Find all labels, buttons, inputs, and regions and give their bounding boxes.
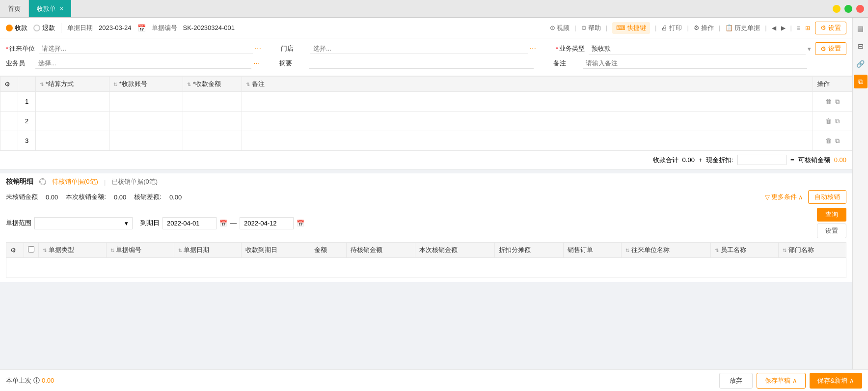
td-amount-3[interactable]: [183, 131, 242, 151]
calendar-icon[interactable]: 📅: [137, 24, 146, 32]
counterpart-input[interactable]: [39, 43, 253, 54]
cal-icon-from[interactable]: 📅: [219, 220, 227, 227]
nav-prev[interactable]: ◀: [772, 25, 776, 31]
sidebar-table-icon[interactable]: ▤: [854, 22, 868, 35]
data-table-wrapper: ⚙ ⇅ *结算方式 ⇅ *收款账号 ⇅ *收款金额: [0, 76, 852, 151]
bt-th-checkbox[interactable]: [24, 243, 39, 258]
copy-row-3-btn[interactable]: ⧉: [834, 136, 841, 146]
hx-settings-btn[interactable]: 设置: [817, 223, 846, 238]
td-settle-2[interactable]: [36, 112, 109, 131]
td-remark-2[interactable]: [242, 112, 813, 131]
hx-pending-tab[interactable]: 待核销单据(0笔): [52, 177, 98, 186]
store-field: 门店 ···: [281, 43, 536, 54]
save-draft-btn[interactable]: 保存草稿 ∧: [757, 373, 806, 389]
ops-link[interactable]: ⚙ 操作: [694, 24, 714, 32]
salesman-label: 业务员: [6, 59, 35, 68]
tab-sep: |: [104, 178, 106, 186]
help-link[interactable]: ⊙ 帮助: [581, 24, 601, 32]
sidebar-link-icon[interactable]: 🔗: [854, 57, 868, 71]
save-new-btn[interactable]: 保存&新增 ∧: [810, 373, 862, 389]
more-conditions-link[interactable]: ▽ 更多条件 ∧: [765, 193, 803, 201]
td-ops-1: 🗑 ⧉: [813, 92, 852, 112]
bill-range-select[interactable]: ▾: [34, 217, 133, 229]
minimize-btn[interactable]: [833, 5, 841, 13]
biz-settings-button[interactable]: ⚙ 设置: [815, 42, 846, 55]
td-amount-2[interactable]: [183, 112, 242, 131]
date-range-sep: —: [230, 220, 237, 227]
query-btn[interactable]: 查询: [817, 208, 846, 222]
tab-home[interactable]: 首页: [0, 0, 29, 17]
sep-1: |: [574, 24, 576, 31]
bt-th-amount: 金额: [310, 243, 346, 258]
history-link[interactable]: 📋 历史单据: [725, 24, 760, 32]
sidebar-minus-icon[interactable]: ⊟: [854, 39, 868, 53]
select-all-checkbox[interactable]: [28, 246, 34, 252]
print-link[interactable]: 🖨 打印: [661, 24, 682, 32]
biz-type-dropdown[interactable]: ▾: [808, 45, 811, 53]
required-star-1: *: [6, 45, 8, 53]
salesman-input[interactable]: [35, 58, 251, 69]
layout-grid[interactable]: ⊞: [805, 25, 810, 31]
summary-field: 摘要: [279, 58, 533, 69]
td-settle-3[interactable]: [36, 131, 109, 151]
store-input[interactable]: [310, 43, 528, 54]
td-account-1[interactable]: [109, 92, 183, 112]
copy-row-2-btn[interactable]: ⧉: [834, 116, 841, 126]
counterpart-more-icon[interactable]: ···: [255, 45, 261, 53]
tab-close-icon[interactable]: ×: [60, 5, 63, 12]
footer: 本单上次 ⓘ 0.00 放弃 保存草稿 ∧ 保存&新增 ∧: [0, 369, 868, 391]
radio-refund[interactable]: 退款: [33, 24, 55, 32]
maximize-btn[interactable]: [844, 5, 852, 13]
th-settings[interactable]: ⚙: [0, 77, 18, 92]
settings-button[interactable]: ⚙ 设置: [815, 22, 846, 34]
delete-row-3-btn[interactable]: 🗑: [824, 136, 833, 145]
date-to-input[interactable]: [240, 217, 294, 229]
date-from-input[interactable]: [163, 217, 217, 229]
table-row: 1 🗑 ⧉: [0, 92, 852, 112]
bottom-table-wrapper: ⚙ ⇅ 单据类型 ⇅ 单据编号 ⇅ 单据日期 收款到期日 金额 待核销金额 本次…: [6, 242, 846, 278]
layout-list[interactable]: ≡: [797, 25, 800, 31]
radio-receipt[interactable]: 收款: [6, 24, 27, 32]
video-link[interactable]: ⊙ 视频: [550, 24, 570, 32]
td-account-2[interactable]: [109, 112, 183, 131]
bt-th-due-date: 收款到期日: [242, 243, 310, 258]
th-num: [18, 77, 36, 92]
hx-info-icon[interactable]: ⓘ: [39, 178, 46, 185]
td-settings-1: [0, 92, 18, 112]
td-remark-1[interactable]: [242, 92, 813, 112]
sort-settle-icon: ⇅: [40, 82, 44, 87]
remark-input[interactable]: [583, 58, 807, 69]
bt-th-dept: ⇅ 部门名称: [779, 243, 846, 258]
delete-row-2-btn[interactable]: 🗑: [824, 116, 833, 126]
discount-input[interactable]: [737, 155, 787, 165]
copy-row-1-btn[interactable]: ⧉: [834, 97, 841, 107]
video-label: 视频: [557, 24, 570, 32]
summary-input[interactable]: [309, 58, 533, 69]
salesman-more-icon[interactable]: ···: [253, 59, 260, 67]
bt-th-pending: 待核销金额: [346, 243, 415, 258]
diff-value: 0.00: [169, 194, 182, 201]
delete-row-1-btn[interactable]: 🗑: [824, 97, 833, 106]
store-more-icon[interactable]: ···: [530, 45, 536, 53]
nav-next[interactable]: ▶: [781, 25, 786, 31]
discard-btn[interactable]: 放弃: [719, 373, 753, 389]
td-amount-1[interactable]: [183, 92, 242, 112]
cal-icon-to[interactable]: 📅: [297, 220, 304, 227]
auto-hx-btn[interactable]: 自动核销: [808, 190, 846, 204]
td-remark-3[interactable]: [242, 131, 813, 151]
bill-range-field: 单据范围 ▾: [6, 217, 133, 229]
hx-done-tab[interactable]: 已核销单据(0笔): [111, 177, 158, 186]
close-btn[interactable]: [856, 5, 864, 13]
total-label: 收款合计: [653, 156, 678, 165]
footer-info-icon[interactable]: ⓘ: [33, 376, 40, 385]
td-account-3[interactable]: [109, 131, 183, 151]
sidebar-expand-icon[interactable]: ⧉: [854, 75, 868, 88]
footer-info: 本单上次 ⓘ 0.00: [6, 376, 54, 385]
td-settle-1[interactable]: [36, 92, 109, 112]
counterpart-field: * 往来单位 ···: [6, 43, 261, 54]
bt-th-settings[interactable]: ⚙: [6, 243, 24, 258]
tab-active[interactable]: 收款单 ×: [29, 0, 71, 17]
table-settings-icon[interactable]: ⚙: [4, 81, 10, 88]
shortcut-link[interactable]: ⌨ 快捷键: [612, 22, 650, 34]
receipt-type-group: 收款 退款: [6, 24, 55, 32]
